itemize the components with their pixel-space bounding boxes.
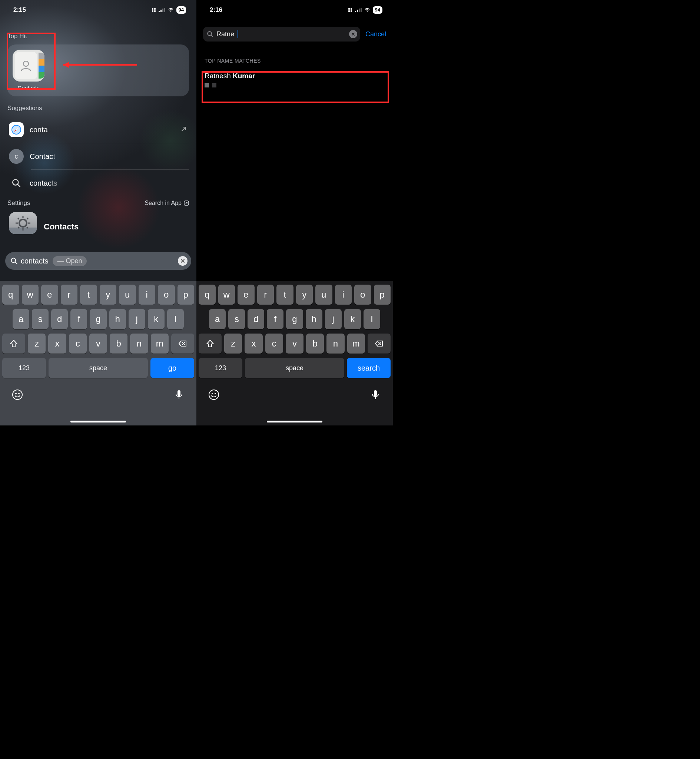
key-p[interactable]: p bbox=[178, 285, 195, 305]
backspace-key[interactable] bbox=[171, 334, 194, 354]
key-j[interactable]: j bbox=[325, 309, 342, 329]
backspace-key[interactable] bbox=[367, 334, 391, 354]
key-d[interactable]: d bbox=[248, 309, 264, 329]
search-query-text: Ratne bbox=[216, 30, 234, 38]
key-s[interactable]: s bbox=[228, 309, 245, 329]
suggestion-safari[interactable]: conta bbox=[8, 116, 189, 143]
key-f[interactable]: f bbox=[70, 309, 87, 329]
key-c[interactable]: c bbox=[69, 334, 87, 354]
key-h[interactable]: h bbox=[306, 309, 322, 329]
key-o[interactable]: o bbox=[354, 285, 371, 305]
key-v[interactable]: v bbox=[286, 334, 303, 354]
shift-key[interactable] bbox=[2, 334, 25, 354]
numeric-key[interactable]: 123 bbox=[2, 358, 46, 378]
key-t[interactable]: t bbox=[80, 285, 97, 305]
top-hit-card[interactable]: Contacts bbox=[8, 44, 189, 96]
top-hit-app-name: Contacts bbox=[17, 84, 39, 91]
key-a[interactable]: a bbox=[12, 309, 29, 329]
key-y[interactable]: y bbox=[100, 285, 117, 305]
key-i[interactable]: i bbox=[335, 285, 352, 305]
suggestion-contact[interactable]: c Contact bbox=[8, 143, 189, 170]
key-c[interactable]: c bbox=[265, 334, 283, 354]
dictation-key[interactable] bbox=[370, 389, 381, 400]
key-a[interactable]: a bbox=[209, 309, 226, 329]
contact-name: Ratnesh Kumar bbox=[205, 72, 384, 80]
key-q[interactable]: q bbox=[2, 285, 19, 305]
contact-result-row[interactable]: Ratnesh Kumar bbox=[196, 67, 393, 95]
dual-sim-icon bbox=[152, 8, 156, 12]
emoji-key[interactable] bbox=[208, 389, 219, 400]
key-k[interactable]: k bbox=[148, 309, 164, 329]
key-b[interactable]: b bbox=[110, 334, 128, 354]
keyboard-row-4: 123 space go bbox=[2, 358, 194, 378]
key-g[interactable]: g bbox=[90, 309, 106, 329]
search-in-app-link[interactable]: Search in App bbox=[145, 200, 189, 206]
key-s[interactable]: s bbox=[32, 309, 48, 329]
key-b[interactable]: b bbox=[306, 334, 324, 354]
home-indicator[interactable] bbox=[267, 421, 322, 423]
contacts-app-icon[interactable] bbox=[12, 50, 44, 81]
emoji-key[interactable] bbox=[12, 389, 23, 400]
key-t[interactable]: t bbox=[277, 285, 294, 305]
key-w[interactable]: w bbox=[22, 285, 39, 305]
key-n[interactable]: n bbox=[130, 334, 148, 354]
suggestion-text: contacts bbox=[30, 179, 58, 187]
search-key[interactable]: search bbox=[347, 358, 391, 378]
key-k[interactable]: k bbox=[344, 309, 361, 329]
key-y[interactable]: y bbox=[296, 285, 313, 305]
cellular-signal-icon bbox=[355, 8, 362, 12]
dictation-key[interactable] bbox=[173, 389, 184, 400]
key-x[interactable]: x bbox=[245, 334, 262, 354]
key-r[interactable]: r bbox=[257, 285, 274, 305]
key-r[interactable]: r bbox=[61, 285, 78, 305]
clear-search-button[interactable] bbox=[178, 256, 188, 266]
svg-line-6 bbox=[17, 184, 20, 187]
key-q[interactable]: q bbox=[198, 285, 216, 305]
key-w[interactable]: w bbox=[218, 285, 235, 305]
contacts-search-field[interactable]: Ratne bbox=[203, 27, 360, 42]
space-key[interactable]: space bbox=[48, 358, 148, 378]
suggestion-search[interactable]: contacts bbox=[8, 170, 189, 197]
key-e[interactable]: e bbox=[41, 285, 58, 305]
open-external-icon bbox=[180, 125, 188, 134]
key-z[interactable]: z bbox=[224, 334, 242, 354]
keyboard-row-2: asdfghjkl bbox=[198, 309, 391, 329]
key-l[interactable]: l bbox=[167, 309, 184, 329]
home-indicator[interactable] bbox=[70, 421, 126, 423]
key-g[interactable]: g bbox=[286, 309, 303, 329]
clear-search-button[interactable] bbox=[349, 30, 357, 38]
key-i[interactable]: i bbox=[139, 285, 156, 305]
key-n[interactable]: n bbox=[327, 334, 344, 354]
text-cursor bbox=[238, 30, 238, 38]
key-o[interactable]: o bbox=[158, 285, 175, 305]
key-l[interactable]: l bbox=[364, 309, 380, 329]
key-d[interactable]: d bbox=[51, 309, 68, 329]
shift-key[interactable] bbox=[198, 334, 222, 354]
key-u[interactable]: u bbox=[119, 285, 136, 305]
key-m[interactable]: m bbox=[151, 334, 169, 354]
svg-point-21 bbox=[12, 390, 22, 400]
search-action-chip[interactable]: Open bbox=[53, 256, 86, 266]
key-x[interactable]: x bbox=[48, 334, 66, 354]
key-h[interactable]: h bbox=[109, 309, 126, 329]
search-icon bbox=[9, 176, 24, 191]
wifi-icon bbox=[364, 8, 370, 12]
key-p[interactable]: p bbox=[374, 285, 391, 305]
settings-contacts-row[interactable]: Contacts bbox=[8, 212, 189, 234]
go-key[interactable]: go bbox=[150, 358, 194, 378]
spotlight-search-field[interactable]: contacts Open bbox=[5, 252, 191, 270]
key-v[interactable]: v bbox=[89, 334, 107, 354]
key-j[interactable]: j bbox=[128, 309, 145, 329]
svg-rect-24 bbox=[178, 390, 180, 396]
key-m[interactable]: m bbox=[347, 334, 365, 354]
key-u[interactable]: u bbox=[316, 285, 333, 305]
cancel-button[interactable]: Cancel bbox=[366, 30, 386, 38]
key-f[interactable]: f bbox=[267, 309, 283, 329]
keyboard-row-3: zxcvbnm bbox=[2, 334, 194, 354]
space-key[interactable]: space bbox=[245, 358, 344, 378]
key-e[interactable]: e bbox=[238, 285, 255, 305]
numeric-key[interactable]: 123 bbox=[198, 358, 242, 378]
svg-line-13 bbox=[18, 218, 19, 219]
key-z[interactable]: z bbox=[28, 334, 45, 354]
wifi-icon bbox=[167, 8, 174, 12]
